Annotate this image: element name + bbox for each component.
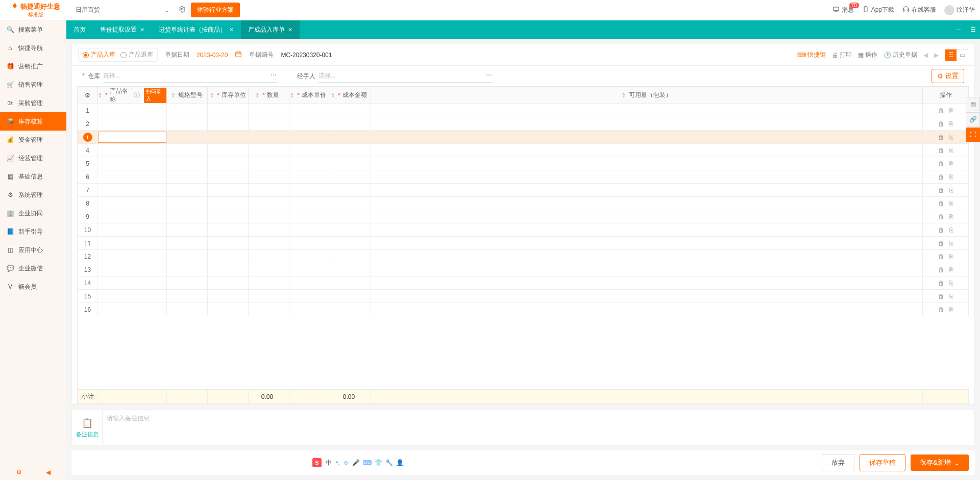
cell-price[interactable]: [289, 197, 330, 210]
cell-unit[interactable]: [208, 197, 249, 210]
copy-icon[interactable]: ⎘: [949, 266, 953, 273]
scan-badge[interactable]: 扫码录入: [144, 88, 166, 103]
cell-available[interactable]: [371, 290, 923, 302]
cell-unit[interactable]: [208, 157, 249, 170]
cell-available[interactable]: [371, 237, 923, 249]
cell-product-name[interactable]: [98, 290, 167, 302]
copy-icon[interactable]: ⎘: [949, 147, 953, 154]
cell-product-name[interactable]: [98, 197, 167, 210]
table-row[interactable]: 13 🗑 ⎘: [78, 263, 969, 276]
trial-button[interactable]: 体验行业方案: [191, 3, 240, 17]
cell-spec[interactable]: [167, 237, 208, 249]
cell-qty[interactable]: [249, 104, 289, 117]
sidebar-item-wx[interactable]: 💬企业微信: [0, 259, 66, 277]
cell-spec[interactable]: [167, 170, 208, 183]
tab-menu-button[interactable]: ☰: [966, 22, 980, 37]
sidebar-collapse-icon[interactable]: ◀: [46, 469, 51, 476]
cell-amount[interactable]: [330, 210, 371, 223]
radio-product-in[interactable]: 产品入库: [83, 50, 115, 59]
product-name-input[interactable]: [98, 132, 166, 143]
cell-unit[interactable]: [208, 104, 249, 117]
delete-icon[interactable]: 🗑: [938, 226, 944, 234]
cell-qty[interactable]: [249, 223, 289, 236]
next-button[interactable]: ▶: [934, 52, 939, 59]
cell-unit[interactable]: [208, 170, 249, 183]
cell-spec[interactable]: [167, 184, 208, 196]
cell-unit[interactable]: [208, 117, 249, 130]
cell-unit[interactable]: [208, 210, 249, 223]
cell-amount[interactable]: [330, 263, 371, 276]
operate-button[interactable]: ▦ 操作: [858, 50, 877, 59]
cell-price[interactable]: [289, 184, 330, 196]
sidebar-item-guide[interactable]: 📘新手引导: [0, 222, 66, 241]
table-row[interactable]: 7 🗑 ⎘: [78, 184, 969, 197]
cell-amount[interactable]: [330, 237, 371, 249]
cell-available[interactable]: [371, 303, 923, 316]
close-icon[interactable]: ✕: [229, 27, 234, 33]
delete-icon[interactable]: 🗑: [938, 253, 944, 260]
delete-icon[interactable]: 🗑: [938, 293, 944, 300]
table-row[interactable]: 8 🗑 ⎘: [78, 197, 969, 210]
calendar-icon[interactable]: [235, 50, 242, 59]
cell-available[interactable]: [371, 197, 923, 210]
cell-price[interactable]: [289, 117, 330, 130]
delete-icon[interactable]: 🗑: [938, 120, 944, 128]
cell-amount[interactable]: [330, 290, 371, 302]
cell-qty[interactable]: [249, 197, 289, 210]
cell-amount[interactable]: [330, 104, 371, 117]
cell-qty[interactable]: [249, 170, 289, 183]
ime-logo-icon[interactable]: S: [312, 458, 322, 467]
cell-available[interactable]: [371, 104, 923, 117]
copy-icon[interactable]: ⎘: [949, 107, 953, 114]
table-row[interactable]: 9 🗑 ⎘: [78, 210, 969, 223]
cell-available[interactable]: [371, 131, 923, 143]
cell-qty[interactable]: [249, 210, 289, 223]
sidebar-item-sys[interactable]: ⚙系统管理: [0, 186, 66, 204]
cell-amount[interactable]: [330, 170, 371, 183]
ime-skin-icon[interactable]: 👕: [375, 459, 382, 466]
cell-spec[interactable]: [167, 303, 208, 316]
cell-amount[interactable]: [330, 131, 371, 143]
cell-unit[interactable]: [208, 144, 249, 157]
cell-price[interactable]: [289, 250, 330, 263]
cell-price[interactable]: [289, 104, 330, 117]
cell-product-name[interactable]: [98, 131, 167, 143]
view-card-button[interactable]: ▭: [957, 49, 968, 61]
tab-0[interactable]: 首页: [66, 20, 93, 39]
sidebar-item-biz[interactable]: 📈经营管理: [0, 149, 66, 167]
cell-product-name[interactable]: [98, 237, 167, 249]
sidebar-item-home[interactable]: ⌂快捷导航: [0, 39, 66, 57]
column-settings-button[interactable]: ⚙: [78, 87, 98, 104]
copy-icon[interactable]: ⎘: [949, 253, 953, 260]
cell-product-name[interactable]: [98, 170, 167, 183]
cell-unit[interactable]: [208, 223, 249, 236]
cell-qty[interactable]: [249, 184, 289, 196]
col-spec[interactable]: ▲▼ 规格型号: [167, 87, 208, 104]
more-icon[interactable]: ⋯: [271, 71, 277, 80]
cell-qty[interactable]: [249, 117, 289, 130]
delete-icon[interactable]: 🗑: [938, 240, 944, 247]
cell-price[interactable]: [289, 237, 330, 249]
sidebar-item-stock[interactable]: 📦库存核算: [0, 112, 66, 131]
cell-product-name[interactable]: [98, 210, 167, 223]
copy-icon[interactable]: ⎘: [949, 306, 953, 313]
sidebar-item-coop[interactable]: 🏢企业协同: [0, 204, 66, 222]
app-download-button[interactable]: App下载: [862, 6, 894, 14]
warehouse-input[interactable]: 选择... ⋯: [103, 69, 277, 83]
table-row[interactable]: 16 🗑 ⎘: [78, 303, 969, 316]
cell-product-name[interactable]: [98, 223, 167, 236]
tab-2[interactable]: 进货单统计表（按商品）✕: [152, 20, 241, 39]
cell-unit[interactable]: [208, 276, 249, 289]
table-row[interactable]: + 🗑 ⎘: [78, 131, 969, 144]
cell-amount[interactable]: [330, 184, 371, 196]
cell-unit[interactable]: [208, 303, 249, 316]
copy-icon[interactable]: ⎘: [949, 280, 953, 287]
sidebar-settings-icon[interactable]: ⚙: [16, 469, 22, 476]
cell-unit[interactable]: [208, 184, 249, 196]
cell-price[interactable]: [289, 131, 330, 143]
copy-icon[interactable]: ⎘: [949, 200, 953, 207]
cell-unit[interactable]: [208, 290, 249, 302]
copy-icon[interactable]: ⎘: [949, 173, 953, 181]
delete-icon[interactable]: 🗑: [938, 306, 944, 313]
cell-price[interactable]: [289, 263, 330, 276]
